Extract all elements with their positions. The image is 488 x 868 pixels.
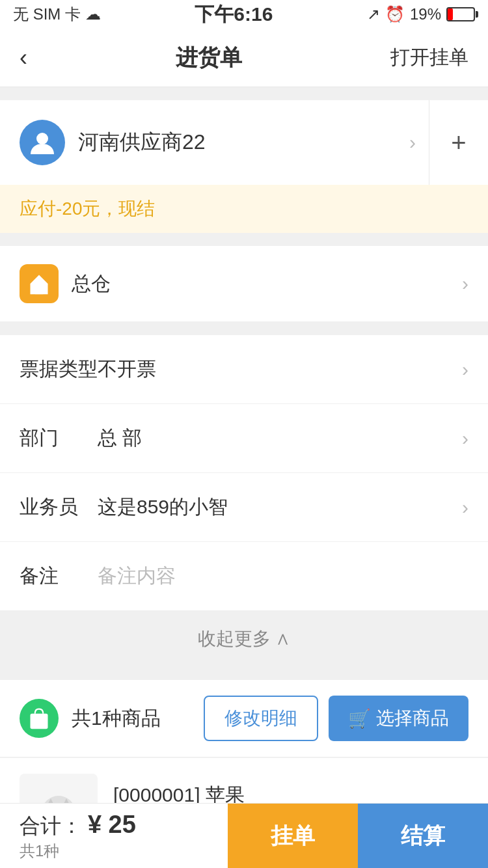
total-count: 共1种 (20, 841, 208, 861)
supplier-avatar (20, 120, 65, 165)
total-label: 合计： (20, 814, 82, 837)
department-chevron-icon: › (462, 427, 468, 450)
department-label: 部门 (20, 425, 98, 452)
remark-row[interactable]: 备注 备注内容 (0, 542, 488, 611)
salesperson-row[interactable]: 业务员 这是859的小智 › (0, 473, 488, 542)
bottom-bar: 合计： ¥ 25 共1种 挂单 结算 (0, 803, 488, 868)
gap-4 (0, 667, 488, 680)
ticket-type-row[interactable]: 票据类型 不开票 › (0, 335, 488, 404)
salesperson-chevron-icon: › (462, 496, 468, 519)
total-amount: ¥ 25 (88, 811, 136, 838)
nav-bar: ‹ 进货单 打开挂单 (0, 29, 488, 87)
notice-banner: 应付-20元，现结 (0, 185, 488, 233)
person-icon (29, 129, 55, 156)
add-supplier-button[interactable]: + (429, 100, 488, 185)
ticket-type-label: 票据类型 (20, 356, 98, 383)
gap-3 (0, 322, 488, 335)
warehouse-name: 总仓 (72, 271, 455, 297)
direction-icon: ↗ (367, 5, 380, 23)
open-hang-button[interactable]: 打开挂单 (390, 44, 468, 71)
battery-icon (446, 7, 475, 21)
warehouse-icon (20, 264, 59, 303)
cart-icon: 🛒 (348, 708, 371, 729)
supplier-selector[interactable]: 河南供应商22 › (0, 100, 429, 185)
status-bar: 无 SIM 卡 ☁ 下午6:16 ↗ ⏰ 19% (0, 0, 488, 29)
collapse-button[interactable]: 收起更多 ∧ (0, 611, 488, 667)
checkout-button[interactable]: 结算 (358, 804, 488, 868)
back-button[interactable]: ‹ (20, 44, 27, 72)
salesperson-label: 业务员 (20, 494, 98, 521)
product-count-icon (20, 699, 59, 738)
gap-2 (0, 233, 488, 246)
svg-rect-1 (35, 286, 44, 295)
warehouse-chevron-icon: › (462, 273, 468, 295)
ticket-type-chevron-icon: › (462, 359, 468, 381)
salesperson-value: 这是859的小智 (98, 494, 455, 521)
remark-label: 备注 (20, 563, 98, 590)
product-count-text: 共1种商品 (72, 705, 204, 732)
sim-label: 无 SIM 卡 ☁ (13, 4, 101, 25)
edit-detail-button[interactable]: 修改明细 (204, 696, 318, 741)
total-amount-row: 合计： ¥ 25 (20, 811, 208, 841)
battery-percent: 19% (410, 5, 441, 23)
shopping-bag-icon (27, 707, 51, 730)
department-value: 总 部 (98, 425, 455, 452)
status-left: 无 SIM 卡 ☁ (13, 4, 101, 25)
status-time: 下午6:16 (195, 1, 273, 28)
svg-rect-2 (31, 714, 48, 729)
svg-point-0 (36, 133, 48, 144)
page-title: 进货单 (176, 43, 242, 73)
chevron-right-icon: › (409, 131, 416, 154)
supplier-section: 河南供应商22 › + (0, 100, 488, 185)
home-icon (27, 272, 51, 295)
select-product-button[interactable]: 🛒 选择商品 (329, 696, 468, 741)
warehouse-row[interactable]: 总仓 › (0, 246, 488, 322)
status-right: ↗ ⏰ 19% (367, 5, 475, 23)
gap-1 (0, 87, 488, 100)
total-section: 合计： ¥ 25 共1种 (0, 804, 228, 868)
alarm-icon: ⏰ (385, 5, 405, 23)
hang-button[interactable]: 挂单 (228, 804, 358, 868)
department-row[interactable]: 部门 总 部 › (0, 404, 488, 473)
ticket-type-value: 不开票 (98, 356, 455, 383)
supplier-name: 河南供应商22 (78, 128, 403, 157)
remark-placeholder: 备注内容 (98, 563, 468, 590)
products-header: 共1种商品 修改明细 🛒 选择商品 (0, 680, 488, 757)
